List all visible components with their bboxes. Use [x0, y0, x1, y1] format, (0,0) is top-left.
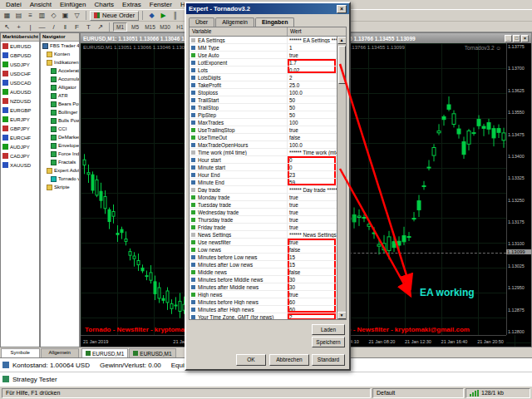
period-button[interactable]: M1: [113, 22, 127, 32]
param-value[interactable]: true: [288, 239, 337, 245]
navigator-item[interactable]: Force Index: [41, 150, 79, 158]
param-value[interactable]: 50: [288, 111, 337, 118]
symbol-row[interactable]: NZDUSD: [1, 96, 39, 106]
param-value[interactable]: ****** Day trade ******: [288, 186, 337, 193]
param-row[interactable]: News Settings ****** News Settings *****…: [190, 231, 337, 239]
menu-item[interactable]: Datei: [2, 1, 26, 8]
param-value[interactable]: 15: [288, 254, 337, 260]
cancel-button[interactable]: Abbrechen: [269, 354, 309, 366]
navigator-item[interactable]: Envelopes: [41, 141, 79, 150]
scroll-down-icon[interactable]: ▼: [337, 312, 347, 319]
dialog-title-bar[interactable]: Expert - Tornadov3.2 ×: [186, 3, 349, 14]
toolbar-icon[interactable]: ▦: [2, 11, 12, 21]
symbol-row[interactable]: CADJPY: [1, 151, 39, 160]
chart-tab[interactable]: EURUSD,M1: [129, 348, 175, 357]
param-row[interactable]: LotsDigits 2: [190, 74, 337, 81]
navigator-item[interactable]: Bollinger Bands: [41, 108, 79, 116]
param-value[interactable]: 0: [288, 156, 337, 163]
navigator-item[interactable]: Accumulation: [41, 75, 79, 83]
param-row[interactable]: LotExponent 1.7: [190, 59, 337, 66]
param-row[interactable]: Minutes before Middle news 30: [190, 276, 337, 283]
symbol-row[interactable]: AUDUSD: [1, 87, 39, 96]
minimize-icon[interactable]: _: [505, 35, 512, 42]
draw-tool-icon[interactable]: /: [48, 22, 59, 32]
param-row[interactable]: Use newsfilter true: [190, 239, 337, 246]
param-row[interactable]: High news true: [190, 291, 337, 298]
param-row[interactable]: Minute start 0: [190, 164, 337, 171]
draw-tool-icon[interactable]: F: [71, 22, 82, 32]
navigator-item[interactable]: Expert Advisors: [41, 166, 79, 175]
scroll-up-icon[interactable]: ▲: [337, 37, 347, 44]
column-wert[interactable]: Wert: [288, 27, 346, 36]
navigator-item[interactable]: Fractals: [41, 158, 79, 166]
param-value[interactable]: 0: [288, 164, 337, 170]
param-value[interactable]: ****** News Settings ******: [288, 231, 337, 238]
new-order-button[interactable]: Neue Order: [90, 11, 139, 21]
toolbar-icon[interactable]: ▶: [158, 11, 169, 21]
param-row[interactable]: TrailStart 50: [190, 96, 337, 104]
param-value[interactable]: true: [288, 224, 337, 230]
param-row[interactable]: TrailStop 50: [190, 104, 337, 111]
navigator-item[interactable]: Tornado v3.2: [41, 175, 79, 183]
symbol-row[interactable]: USDJPY: [1, 60, 39, 69]
scroll-thumb[interactable]: [338, 46, 346, 84]
draw-tool-icon[interactable]: ‖: [60, 22, 71, 32]
param-row[interactable]: Your Time Zone, GMT (for news) 2: [190, 313, 337, 320]
navigator-item[interactable]: CCI: [41, 125, 79, 133]
navigator-item[interactable]: Skripte: [41, 183, 79, 191]
table-scrollbar[interactable]: ▲ ▼: [337, 37, 346, 319]
param-value[interactable]: false: [288, 246, 337, 253]
ok-button[interactable]: OK: [236, 354, 266, 366]
param-row[interactable]: MM Type 1: [190, 44, 337, 52]
param-value[interactable]: 30: [288, 283, 337, 290]
param-row[interactable]: Stoploss 100.0: [190, 89, 337, 96]
navigator-item[interactable]: ATR: [41, 91, 79, 100]
symbol-row[interactable]: GBPJPY: [1, 124, 39, 133]
save-button[interactable]: Speichern: [312, 337, 345, 347]
reset-button[interactable]: Standard: [312, 354, 345, 366]
period-button[interactable]: M30: [158, 22, 172, 32]
param-value[interactable]: true: [288, 126, 337, 133]
toolbar-icon[interactable]: ▽: [71, 11, 82, 21]
menu-item[interactable]: Fenster: [145, 1, 176, 8]
draw-tool-icon[interactable]: —: [37, 22, 47, 32]
param-value[interactable]: 100.0: [288, 141, 337, 148]
load-button[interactable]: Laden: [312, 324, 345, 335]
symbol-row[interactable]: XAUUSD: [1, 160, 39, 170]
toolbar-icon[interactable]: ◇: [48, 11, 59, 21]
param-row[interactable]: Middle news false: [190, 268, 337, 276]
param-row[interactable]: Friday trade true: [190, 224, 337, 231]
param-value[interactable]: 2: [288, 313, 337, 320]
param-value[interactable]: ****** EA Settings ******: [288, 37, 337, 43]
param-row[interactable]: Thursday trade true: [190, 216, 337, 224]
menu-item[interactable]: Einfügen: [56, 1, 91, 8]
param-value[interactable]: true: [288, 209, 337, 215]
param-row[interactable]: Low news false: [190, 246, 337, 254]
param-value[interactable]: false: [288, 134, 337, 140]
navigator-item[interactable]: Accelerator: [41, 66, 79, 75]
param-value[interactable]: 25.0: [288, 81, 337, 88]
param-value[interactable]: false: [288, 268, 337, 275]
tab-symbole[interactable]: Symbole: [1, 348, 40, 357]
param-row[interactable]: Minutes after Middle news 30: [190, 283, 337, 291]
param-value[interactable]: 2: [288, 74, 337, 81]
navigator-item[interactable]: FBS Trader 4: [41, 42, 79, 50]
navigator-item[interactable]: Bulls Power: [41, 116, 79, 125]
param-value[interactable]: 1: [288, 44, 337, 51]
param-value[interactable]: 30: [288, 276, 337, 283]
param-row[interactable]: Minutes before Low news 15: [190, 254, 337, 261]
param-row[interactable]: Day trade ****** Day trade ******: [190, 186, 337, 194]
menu-item[interactable]: Extras: [118, 1, 145, 8]
param-value[interactable]: 0.02: [288, 66, 337, 73]
period-button[interactable]: M5: [128, 22, 142, 32]
param-value[interactable]: 60: [288, 306, 337, 313]
param-row[interactable]: UseTimeOut false: [190, 134, 337, 141]
tab-allgemein[interactable]: Allgemein: [41, 348, 80, 357]
draw-tool-icon[interactable]: ↖: [2, 22, 12, 32]
draw-tool-icon[interactable]: ↗: [95, 22, 106, 32]
close-icon[interactable]: ×: [521, 35, 529, 42]
dialog-tab[interactable]: Über: [189, 17, 214, 27]
param-row[interactable]: Time work (mt4 time) ****** Time work (m…: [190, 149, 337, 156]
param-row[interactable]: Minutes before High news 60: [190, 298, 337, 306]
param-row[interactable]: Tuesday trade true: [190, 201, 337, 209]
